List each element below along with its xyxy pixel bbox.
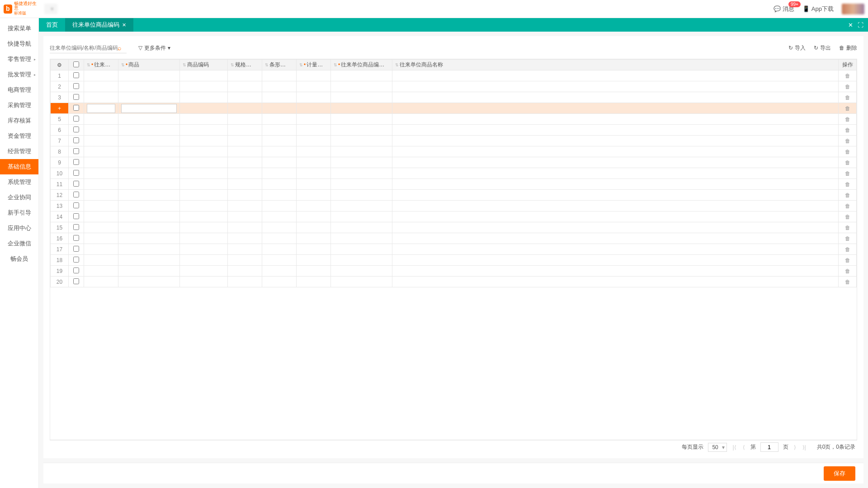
sidebar-item-1[interactable]: 快捷导航 <box>0 36 38 52</box>
save-button[interactable]: 保存 <box>824 466 855 481</box>
cell[interactable] <box>228 136 262 146</box>
table-row[interactable]: 12🗑 <box>51 190 857 201</box>
cell[interactable] <box>262 201 297 211</box>
cell[interactable] <box>84 266 118 277</box>
cell[interactable] <box>392 266 839 277</box>
cell[interactable] <box>331 103 392 114</box>
row-delete-icon[interactable]: 🗑 <box>845 116 850 122</box>
cell[interactable] <box>297 70 331 81</box>
cell[interactable] <box>297 233 331 244</box>
user-avatar[interactable] <box>842 4 864 14</box>
cell[interactable] <box>84 92 118 103</box>
table-row[interactable]: 18🗑 <box>51 255 857 266</box>
cell[interactable] <box>297 136 331 146</box>
cell-input[interactable] <box>121 104 177 113</box>
cell[interactable] <box>228 233 262 244</box>
sidebar-item-10[interactable]: 系统管理 <box>0 174 38 190</box>
cell[interactable] <box>262 92 297 103</box>
row-checkbox[interactable] <box>73 148 79 154</box>
table-row[interactable]: 6🗑 <box>51 125 857 136</box>
column-barcode[interactable]: ⇅条形… <box>262 60 297 70</box>
close-icon[interactable]: ✕ <box>122 22 126 28</box>
row-checkbox[interactable] <box>73 192 79 197</box>
cell[interactable] <box>180 233 228 244</box>
cell[interactable] <box>392 103 839 114</box>
cell[interactable] <box>262 233 297 244</box>
row-checkbox[interactable] <box>73 235 79 241</box>
cell[interactable] <box>180 179 228 190</box>
cell[interactable] <box>331 136 392 146</box>
row-delete-icon[interactable]: 🗑 <box>845 73 850 79</box>
close-all-tabs-icon[interactable]: ✕ <box>848 22 853 28</box>
row-delete-icon[interactable]: 🗑 <box>845 257 850 263</box>
cell[interactable] <box>228 70 262 81</box>
cell[interactable] <box>392 125 839 136</box>
cell[interactable] <box>84 222 118 233</box>
cell[interactable] <box>228 266 262 277</box>
row-delete-icon[interactable]: 🗑 <box>845 160 850 166</box>
sidebar-item-8[interactable]: 经营管理 <box>0 144 38 159</box>
cell[interactable] <box>228 277 262 287</box>
row-checkbox[interactable] <box>73 267 79 273</box>
row-checkbox[interactable] <box>73 257 79 263</box>
cell[interactable] <box>262 255 297 266</box>
table-row[interactable]: 13🗑 <box>51 201 857 211</box>
table-row[interactable]: 7🗑 <box>51 136 857 146</box>
row-delete-icon[interactable]: 🗑 <box>845 127 850 133</box>
cell[interactable] <box>180 81 228 92</box>
row-checkbox[interactable] <box>73 170 79 176</box>
cell[interactable] <box>228 103 262 114</box>
per-page-select[interactable]: 50 <box>708 443 727 452</box>
cell[interactable] <box>180 222 228 233</box>
tab-home[interactable]: 首页 <box>39 18 65 32</box>
cell[interactable] <box>392 136 839 146</box>
cell[interactable] <box>262 211 297 222</box>
cell[interactable] <box>262 125 297 136</box>
table-row[interactable]: 17🗑 <box>51 244 857 255</box>
cell[interactable] <box>297 179 331 190</box>
cell[interactable] <box>297 81 331 92</box>
cell[interactable] <box>228 255 262 266</box>
cell[interactable] <box>84 114 118 125</box>
cell[interactable] <box>228 244 262 255</box>
cell[interactable] <box>297 146 331 157</box>
cell[interactable] <box>118 103 180 114</box>
cell[interactable] <box>331 255 392 266</box>
cell[interactable] <box>262 266 297 277</box>
cell[interactable] <box>392 157 839 168</box>
table-row[interactable]: 1🗑 <box>51 70 857 81</box>
table-row[interactable]: 15🗑 <box>51 222 857 233</box>
select-all-checkbox[interactable] <box>73 61 79 67</box>
row-delete-icon[interactable]: 🗑 <box>845 138 850 144</box>
cell[interactable] <box>392 201 839 211</box>
cell[interactable] <box>180 190 228 201</box>
row-checkbox[interactable] <box>73 202 79 208</box>
row-delete-icon[interactable]: 🗑 <box>845 235 850 242</box>
cell[interactable] <box>84 146 118 157</box>
row-checkbox[interactable] <box>73 278 79 284</box>
cell[interactable] <box>118 146 180 157</box>
row-checkbox[interactable] <box>73 246 79 252</box>
cell[interactable] <box>331 244 392 255</box>
cell[interactable] <box>297 211 331 222</box>
cell[interactable] <box>262 157 297 168</box>
cell[interactable] <box>392 233 839 244</box>
cell[interactable] <box>331 157 392 168</box>
cell[interactable] <box>228 179 262 190</box>
cell[interactable] <box>262 81 297 92</box>
last-page-button[interactable]: ⟩| <box>802 444 807 450</box>
prev-page-button[interactable]: ⟨ <box>742 444 746 450</box>
row-delete-icon[interactable]: 🗑 <box>845 214 850 220</box>
cell[interactable] <box>262 103 297 114</box>
cell[interactable] <box>262 114 297 125</box>
company-selector[interactable]: ▾ <box>44 4 57 14</box>
column-settings[interactable]: ⚙ <box>51 60 69 70</box>
sidebar-item-12[interactable]: 新手引导 <box>0 205 38 221</box>
row-delete-icon[interactable]: 🗑 <box>845 246 850 253</box>
delete-button[interactable]: 🗑 删除 <box>839 44 857 52</box>
cell[interactable] <box>118 201 180 211</box>
cell[interactable] <box>228 146 262 157</box>
cell[interactable] <box>392 146 839 157</box>
cell[interactable] <box>228 157 262 168</box>
row-delete-icon[interactable]: 🗑 <box>845 105 850 112</box>
